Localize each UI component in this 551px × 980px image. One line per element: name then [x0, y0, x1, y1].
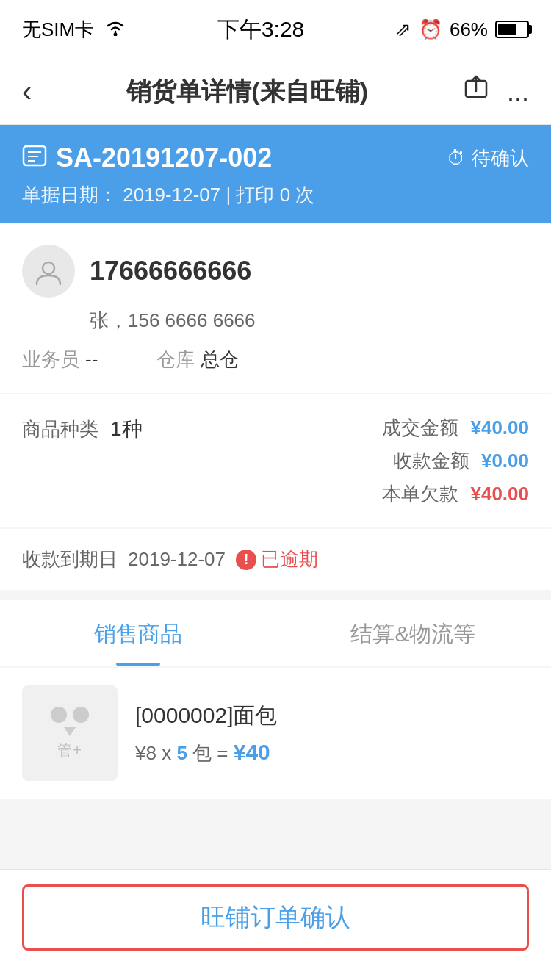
order-id-row: SA-20191207-002 ⏱ 待确认	[22, 143, 529, 173]
product-name: [0000002]面包	[135, 701, 529, 731]
received-label: 收款金额	[393, 448, 469, 474]
qty-unit: 包	[192, 742, 212, 764]
print-count: 0	[280, 184, 290, 206]
deal-amount-row: 成交金额 ¥40.00	[382, 415, 529, 441]
due-date-card: 收款到期日 2019-12-07 ! 已逾期	[0, 529, 551, 590]
status-time: 下午3:28	[217, 15, 304, 45]
print-label: | 打印	[226, 184, 274, 206]
due-date-label: 收款到期日	[22, 547, 118, 572]
tab-bar: 销售商品 结算&物流等	[0, 600, 551, 666]
product-info: [0000002]面包 ¥8 x 5 包 = ¥40	[135, 701, 529, 766]
status-bar: 无SIM卡 下午3:28 ⇗ ⏰ 66%	[0, 0, 551, 59]
product-total: ¥40	[234, 740, 270, 764]
date-label: 单据日期：	[22, 184, 118, 206]
warehouse-value: 总仓	[201, 347, 239, 372]
overdue-badge: ! 已逾期	[236, 547, 318, 572]
back-button[interactable]: ‹	[22, 75, 32, 108]
nav-actions: ...	[463, 75, 529, 108]
battery-icon	[495, 21, 529, 38]
warehouse-label: 仓库	[156, 347, 195, 372]
tab-settlement[interactable]: 结算&物流等	[276, 600, 551, 666]
more-icon[interactable]: ...	[507, 76, 529, 107]
owl-beak	[64, 727, 76, 736]
page-title: 销货单详情(来自旺铺)	[126, 75, 368, 109]
product-price-row: ¥8 x 5 包 = ¥40	[135, 740, 529, 766]
owl-text: 管+	[57, 741, 82, 760]
nav-bar: ‹ 销货单详情(来自旺铺) ...	[0, 59, 551, 125]
owl-eyes	[51, 707, 89, 723]
svg-point-7	[43, 262, 54, 274]
confirm-bar: 旺铺订单确认	[0, 869, 551, 980]
customer-name: 张，156 6666 6666	[22, 308, 529, 334]
thumb-inner: 管+	[51, 707, 89, 760]
order-id-icon	[22, 143, 47, 173]
tab-products[interactable]: 销售商品	[0, 600, 276, 666]
customer-row: 17666666666	[22, 245, 529, 298]
customer-meta: 业务员 -- 仓库 总仓	[22, 347, 529, 372]
salesperson-item: 业务员 --	[22, 347, 98, 372]
owl-eye-left	[51, 707, 67, 723]
warehouse-item: 仓库 总仓	[156, 347, 239, 372]
confirm-order-button[interactable]: 旺铺订单确认	[22, 884, 529, 951]
received-value: ¥0.00	[481, 450, 529, 472]
salesperson-value: --	[85, 348, 98, 371]
wifi-icon	[104, 18, 126, 41]
product-list: 管+ [0000002]面包 ¥8 x 5 包 = ¥40	[0, 668, 551, 799]
carrier-text: 无SIM卡	[22, 17, 94, 43]
owed-label: 本单欠款	[382, 481, 458, 507]
table-row: 管+ [0000002]面包 ¥8 x 5 包 = ¥40	[0, 668, 551, 799]
product-thumbnail: 管+	[22, 685, 118, 781]
status-text: 待确认	[472, 145, 529, 171]
owl-eye-right	[73, 707, 89, 723]
price-equals: =	[217, 742, 233, 764]
summary-card: 商品种类 1种 成交金额 ¥40.00 收款金额 ¥0.00 本单欠款 ¥40.…	[0, 394, 551, 527]
overdue-icon: !	[236, 550, 256, 570]
order-status: ⏱ 待确认	[447, 145, 529, 171]
price-multiplier: x	[162, 742, 176, 764]
due-date-value: 2019-12-07	[128, 548, 226, 571]
received-row: 收款金额 ¥0.00	[393, 448, 529, 474]
salesperson-label: 业务员	[22, 347, 79, 372]
deal-amount-value: ¥40.00	[470, 417, 529, 439]
print-suffix: 次	[295, 184, 314, 206]
order-id-text: SA-20191207-002	[56, 143, 272, 173]
summary-right: 成交金额 ¥40.00 收款金额 ¥0.00 本单欠款 ¥40.00	[382, 415, 529, 507]
status-clock-icon: ⏱	[447, 147, 466, 170]
alarm-icon: ⏰	[419, 18, 442, 41]
order-date-row: 单据日期： 2019-12-07 | 打印 0 次	[22, 182, 529, 208]
share-icon[interactable]	[463, 75, 489, 108]
battery-percent: 66%	[450, 18, 488, 41]
owed-row: 本单欠款 ¥40.00	[382, 481, 529, 507]
summary-left: 商品种类 1种	[22, 415, 143, 443]
avatar	[22, 245, 75, 298]
owed-value: ¥40.00	[470, 483, 529, 505]
location-icon: ⇗	[395, 18, 411, 41]
order-id: SA-20191207-002	[22, 143, 272, 173]
customer-phone: 17666666666	[90, 256, 251, 287]
status-left: 无SIM卡	[22, 17, 126, 43]
order-date-value: 2019-12-07	[123, 184, 220, 206]
overdue-text: 已逾期	[261, 547, 318, 572]
order-header: SA-20191207-002 ⏱ 待确认 单据日期： 2019-12-07 |…	[0, 125, 551, 223]
product-type-label: 商品种类	[22, 417, 98, 442]
product-price: ¥8	[135, 742, 156, 764]
deal-amount-label: 成交金额	[382, 415, 458, 441]
svg-point-0	[114, 32, 118, 36]
status-right: ⇗ ⏰ 66%	[395, 18, 529, 41]
product-qty: 5	[176, 742, 187, 764]
product-type-value: 1种	[110, 415, 143, 443]
customer-card: 17666666666 张，156 6666 6666 业务员 -- 仓库 总仓	[0, 224, 551, 393]
